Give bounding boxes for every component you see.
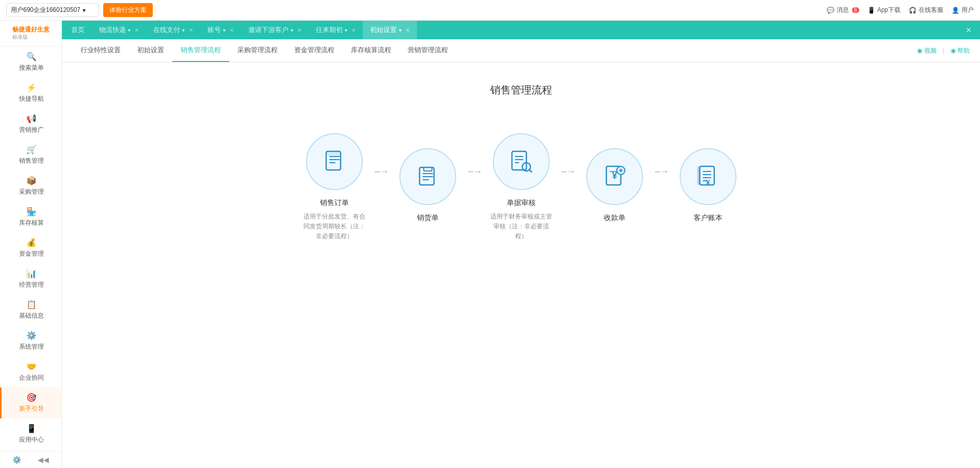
beginner-guide-icon: 🎯	[26, 393, 37, 402]
notifications-label: 消息	[837, 6, 849, 14]
svg-line-15	[529, 170, 532, 173]
settings-icon[interactable]: ⚙️	[12, 456, 21, 464]
flow-arrow-2: - - →	[468, 166, 481, 177]
tab-close[interactable]: ✕	[135, 27, 139, 33]
notifications-item[interactable]: 💬 消息 6	[827, 6, 859, 14]
sidebar-item-finance[interactable]: 💰资金管理	[0, 232, 61, 263]
tab-arrow: ▾	[291, 27, 293, 33]
sub-tab-库存核算流程[interactable]: 库存核算流程	[343, 39, 399, 62]
system-icon: ⚙️	[26, 331, 37, 340]
tab-邀请下游客户[interactable]: 邀请下游客户▾✕	[241, 21, 309, 39]
customer-ledger-circle: ¥	[680, 148, 736, 205]
sales-order-desc: 适用于分批发货、有合同发货周期较长（注：非必要流程）	[301, 212, 368, 242]
sub-tab-行业特性设置[interactable]: 行业特性设置	[72, 39, 129, 62]
video-link[interactable]: ◉ 视频	[917, 46, 936, 55]
tab-label: 初始设置	[370, 25, 397, 35]
trial-button[interactable]: 体验行业方案	[103, 3, 153, 17]
enterprise-collab-label: 企业协同	[19, 373, 44, 382]
logo-tag: 标准版	[12, 34, 50, 41]
logo: 畅捷通好生意 标准版	[0, 21, 61, 46]
tab-close[interactable]: ✕	[230, 27, 234, 33]
logo-text: 畅捷通好生意	[12, 26, 50, 34]
operations-icon: 📊	[26, 269, 37, 278]
tab-close[interactable]: ✕	[189, 27, 193, 33]
enterprise-collab-icon: 🤝	[26, 362, 37, 371]
tab-初始设置[interactable]: 初始设置▾✕	[363, 21, 417, 39]
sub-tab-采购管理流程[interactable]: 采购管理流程	[229, 39, 286, 62]
tab-label: 在线支付	[153, 25, 180, 35]
flow-step-customer-ledger[interactable]: ¥ 客户账本	[672, 148, 744, 227]
tab-物流快递[interactable]: 物流快递▾✕	[92, 21, 146, 39]
tab-label: 往来期初	[316, 25, 343, 35]
flow-step-receipt[interactable]: ¥ 收款单	[579, 148, 651, 227]
sidebar-item-sales[interactable]: 🛒销售管理	[0, 139, 61, 170]
tab-首页[interactable]: 首页	[64, 21, 92, 39]
search-label: 搜索菜单	[19, 64, 44, 72]
search-icon: 🔍	[26, 52, 37, 61]
tab-close[interactable]: ✕	[406, 27, 410, 33]
avatar: 👤	[952, 7, 959, 14]
tab-往来期初[interactable]: 往来期初▾✕	[309, 21, 363, 39]
sub-tab-初始设置[interactable]: 初始设置	[129, 39, 172, 62]
online-service-item[interactable]: 🎧 在线客服	[909, 6, 943, 14]
sidebar-item-system[interactable]: ⚙️系统管理	[0, 325, 61, 356]
sidebar-item-inventory[interactable]: 🏪库存核算	[0, 201, 61, 232]
sidebar-item-basic-info[interactable]: 📋基础信息	[0, 294, 61, 325]
sales-icon: 🛒	[26, 145, 37, 154]
layout: 畅捷通好生意 标准版 🔍搜索菜单⚡快捷导航📢营销推广🛒销售管理📦采购管理🏪库存核…	[0, 21, 980, 468]
sidebar-item-purchase[interactable]: 📦采购管理	[0, 170, 61, 201]
company-selector[interactable]: 用户690企业1660120507 ▾	[6, 3, 99, 17]
sidebar-item-search[interactable]: 🔍搜索菜单	[0, 46, 61, 77]
tab-账号[interactable]: 账号▾✕	[200, 21, 241, 39]
flow-arrow-1: - - →	[375, 166, 388, 177]
sidebar-item-app-center[interactable]: 📱应用中心	[0, 418, 61, 449]
nav-items: 🔍搜索菜单⚡快捷导航📢营销推广🛒销售管理📦采购管理🏪库存核算💰资金管理📊经营管理…	[0, 46, 61, 451]
marketing-promo-label: 营销推广	[19, 126, 44, 134]
tab-close[interactable]: ✕	[297, 27, 301, 33]
tab-label: 首页	[71, 25, 85, 35]
app-download-item[interactable]: 📱 App下载	[867, 6, 901, 14]
flow-step-document-review[interactable]: 单据审核适用于财务审核或主管审核（注：非必要流程）	[485, 133, 557, 242]
sub-tabs-left: 行业特性设置初始设置销售管理流程采购管理流程资金管理流程库存核算流程营销管理流程	[72, 39, 456, 62]
flow-step-sales-order[interactable]: 销售订单适用于分批发货、有合同发货周期较长（注：非必要流程）	[298, 133, 371, 242]
tab-在线支付[interactable]: 在线支付▾✕	[146, 21, 200, 39]
top-bar-right: 💬 消息 6 📱 App下载 🎧 在线客服 👤 用户	[827, 6, 974, 14]
sidebar: 畅捷通好生意 标准版 🔍搜索菜单⚡快捷导航📢营销推广🛒销售管理📦采购管理🏪库存核…	[0, 21, 62, 468]
message-icon: 💬	[827, 7, 834, 14]
sidebar-bottom: ⚙️ ◀◀	[0, 451, 61, 468]
beginner-guide-label: 新手引导	[19, 404, 44, 413]
sales-order-circle	[306, 133, 363, 190]
flow-arrow-4: - - →	[655, 166, 668, 177]
sub-tab-营销管理流程[interactable]: 营销管理流程	[399, 39, 456, 62]
sub-tabs-right: ◉ 视频 | ◉ 帮助	[917, 46, 970, 55]
flow-arrow-3: - - →	[561, 166, 574, 177]
operations-label: 经营管理	[19, 280, 44, 289]
document-review-desc: 适用于财务审核或主管审核（注：非必要流程）	[488, 212, 555, 242]
finance-icon: 💰	[26, 238, 37, 247]
tab-label: 邀请下游客户	[248, 25, 288, 35]
flow-step-sales-delivery[interactable]: 销货单	[392, 148, 464, 227]
finance-label: 资金管理	[19, 249, 44, 258]
sub-tab-销售管理流程[interactable]: 销售管理流程	[172, 39, 229, 62]
user-item[interactable]: 👤 用户	[952, 6, 974, 14]
help-link[interactable]: ◉ 帮助	[951, 46, 970, 55]
tab-bar-close[interactable]: ✕	[959, 26, 978, 34]
sidebar-item-enterprise-collab[interactable]: 🤝企业协同	[0, 356, 61, 387]
sidebar-item-quick[interactable]: ⚡快捷导航	[0, 77, 61, 108]
chevron-down-icon: ▾	[83, 7, 86, 14]
sidebar-item-beginner-guide[interactable]: 🎯新手引导	[0, 387, 61, 418]
purchase-label: 采购管理	[19, 188, 44, 196]
sidebar-item-operations[interactable]: 📊经营管理	[0, 263, 61, 294]
page-body: 销售管理流程 销售订单适用于分批发货、有合同发货周期较长（注：非必要流程）- -…	[62, 63, 980, 262]
svg-rect-27	[697, 166, 700, 185]
app-download-label: App下载	[877, 6, 901, 14]
collapse-icon[interactable]: ◀◀	[38, 456, 49, 464]
receipt-circle: ¥	[586, 148, 643, 205]
company-name: 用户690企业1660120507	[11, 6, 81, 14]
svg-text:¥: ¥	[612, 170, 617, 181]
sub-tabs: 行业特性设置初始设置销售管理流程采购管理流程资金管理流程库存核算流程营销管理流程…	[62, 39, 980, 63]
sidebar-item-marketing-promo[interactable]: 📢营销推广	[0, 108, 61, 139]
sub-tab-资金管理流程[interactable]: 资金管理流程	[286, 39, 343, 62]
tab-close[interactable]: ✕	[351, 27, 356, 33]
system-label: 系统管理	[19, 342, 44, 351]
